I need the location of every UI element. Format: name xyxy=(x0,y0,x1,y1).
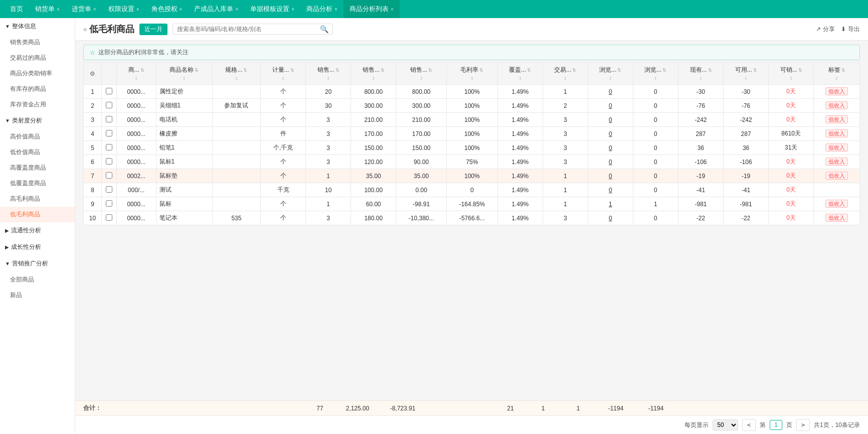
cell-checkbox[interactable] xyxy=(102,141,117,155)
cell-name[interactable]: 铅笔1 xyxy=(156,141,212,155)
cell-checkbox[interactable] xyxy=(102,197,117,211)
nav-product-entry[interactable]: 产成品入库单 × xyxy=(188,0,244,18)
nav-template[interactable]: 单据模板设置 × xyxy=(244,0,300,18)
browse1-link[interactable]: 0 xyxy=(609,102,612,109)
browse1-link[interactable]: 0 xyxy=(609,144,612,152)
sidebar-item-sales-products[interactable]: 销售类商品 xyxy=(0,35,75,50)
table-wrapper[interactable]: ⚙ 商...⇅ 商品名称⇅ 规格...⇅ 计量...⇅ xyxy=(75,62,868,400)
row-checkbox[interactable] xyxy=(106,172,112,179)
th-sale-qty[interactable]: 销售...⇅ xyxy=(306,63,351,85)
nav-permissions[interactable]: 权限设置 × xyxy=(102,0,145,18)
sidebar-group-marketing[interactable]: ▼ 营销推广分析 xyxy=(0,255,75,272)
cell-checkbox[interactable] xyxy=(102,183,117,197)
browse1-link[interactable]: 0 xyxy=(609,215,612,222)
row-checkbox[interactable] xyxy=(106,158,112,165)
nav-close-roles[interactable]: × xyxy=(180,7,183,12)
cell-name[interactable]: 电话机 xyxy=(156,113,212,127)
prev-page-btn[interactable]: ＜ xyxy=(742,419,756,431)
cell-checkbox[interactable] xyxy=(102,85,117,99)
browse1-link[interactable]: 0 xyxy=(609,88,612,95)
cell-browse1[interactable]: 0 xyxy=(588,127,633,141)
sidebar-group-growth[interactable]: ▶ 成长性分析 xyxy=(0,239,75,255)
sidebar-item-low-margin[interactable]: 低毛利商品 xyxy=(0,207,75,222)
share-button[interactable]: ↗ 分享 xyxy=(816,25,835,34)
sidebar-item-high-margin[interactable]: 高毛利商品 xyxy=(0,191,75,207)
th-name[interactable]: 商品名称⇅ xyxy=(156,63,212,85)
page-size-select[interactable]: 50 100 200 xyxy=(713,419,738,430)
row-checkbox[interactable] xyxy=(106,186,112,193)
row-checkbox[interactable] xyxy=(106,102,112,108)
th-sale-amount[interactable]: 销售...⇅ xyxy=(351,63,396,85)
browse1-link[interactable]: 0 xyxy=(609,187,612,194)
cell-checkbox[interactable] xyxy=(102,169,117,183)
sidebar-item-category-rate[interactable]: 商品分类助销率 xyxy=(0,66,75,81)
sidebar-item-high-value[interactable]: 高价值商品 xyxy=(0,129,75,144)
search-icon[interactable]: 🔍 xyxy=(320,25,328,33)
th-saleable[interactable]: 可销...⇅ xyxy=(769,63,814,85)
sidebar-item-new-products[interactable]: 新品 xyxy=(0,287,75,303)
sidebar-item-high-coverage[interactable]: 高覆盖度商品 xyxy=(0,160,75,176)
cell-browse1[interactable]: 0 xyxy=(588,183,633,197)
nav-close-analysis[interactable]: × xyxy=(334,7,337,12)
cell-name[interactable]: 测试 xyxy=(156,183,212,197)
th-available[interactable]: 可用...⇅ xyxy=(724,63,769,85)
th-browse1[interactable]: 浏览...⇅ xyxy=(588,63,633,85)
cell-browse1[interactable]: 0 xyxy=(588,141,633,155)
cell-browse1[interactable]: 0 xyxy=(588,211,633,225)
nav-roles[interactable]: 角色授权 × xyxy=(145,0,189,18)
th-gross-rate[interactable]: 毛利率⇅ xyxy=(446,63,497,85)
nav-purchase[interactable]: 进货单 × xyxy=(66,0,102,18)
nav-close-product[interactable]: × xyxy=(235,7,238,12)
nav-home[interactable]: 首页 xyxy=(4,0,29,18)
cell-checkbox[interactable] xyxy=(102,113,117,127)
th-tag[interactable]: 标签⇅ xyxy=(814,63,860,85)
sidebar-group-analysis[interactable]: ▼ 类射度分析 xyxy=(0,112,75,129)
nav-close-purchase[interactable]: × xyxy=(93,7,96,12)
cell-name[interactable]: 吴细细1 xyxy=(156,99,212,113)
browse1-link[interactable]: 0 xyxy=(609,116,612,123)
row-checkbox[interactable] xyxy=(106,144,112,151)
row-checkbox[interactable] xyxy=(106,214,112,221)
sidebar-item-all-products[interactable]: 全部商品 xyxy=(0,272,75,287)
settings-icon[interactable]: ⚙ xyxy=(90,70,95,77)
sidebar-item-traded-products[interactable]: 交易过的商品 xyxy=(0,50,75,66)
export-button[interactable]: ⬇ 导出 xyxy=(841,25,860,34)
cell-browse1[interactable]: 0 xyxy=(588,169,633,183)
browse1-link[interactable]: 1 xyxy=(609,201,612,208)
sidebar-group-circulation[interactable]: ▶ 流通性分析 xyxy=(0,222,75,239)
sidebar-item-low-coverage[interactable]: 低覆盖度商品 xyxy=(0,176,75,191)
search-input[interactable] xyxy=(177,26,320,33)
row-checkbox[interactable] xyxy=(106,200,112,207)
row-checkbox[interactable] xyxy=(106,130,112,136)
sidebar-item-capital[interactable]: 库存资金占用 xyxy=(0,97,75,112)
browse1-link[interactable]: 0 xyxy=(609,159,612,166)
th-unit[interactable]: 计量...⇅ xyxy=(261,63,306,85)
cell-name[interactable]: 鼠标垫 xyxy=(156,169,212,183)
cell-name[interactable]: 鼠标 xyxy=(156,197,212,211)
sidebar-item-low-value[interactable]: 低价值商品 xyxy=(0,144,75,160)
cell-browse1[interactable]: 0 xyxy=(588,99,633,113)
cell-browse1[interactable]: 0 xyxy=(588,155,633,169)
th-code[interactable]: 商...⇅ xyxy=(117,63,156,85)
th-sale-profit[interactable]: 销售...⇅ xyxy=(396,63,447,85)
sidebar-item-inventory[interactable]: 有库存的商品 xyxy=(0,81,75,97)
cell-checkbox[interactable] xyxy=(102,155,117,169)
browse1-link[interactable]: 0 xyxy=(609,130,612,137)
nav-close-permissions[interactable]: × xyxy=(136,7,139,12)
cell-name[interactable]: 笔记本 xyxy=(156,211,212,225)
nav-close-analysis-list[interactable]: × xyxy=(391,7,394,12)
th-settings[interactable]: ⚙ xyxy=(84,63,102,85)
cell-name[interactable]: 橡皮擦 xyxy=(156,127,212,141)
period-button[interactable]: 近一月 xyxy=(139,24,167,35)
row-checkbox[interactable] xyxy=(106,116,112,122)
browse1-link[interactable]: 0 xyxy=(609,173,612,180)
th-spec[interactable]: 规格...⇅ xyxy=(212,63,260,85)
cell-browse1[interactable]: 0 xyxy=(588,85,633,99)
cell-browse1[interactable]: 1 xyxy=(588,197,633,211)
cell-checkbox[interactable] xyxy=(102,211,117,225)
nav-close-sales[interactable]: × xyxy=(57,7,60,12)
th-coverage[interactable]: 覆盖...⇅ xyxy=(497,63,543,85)
cell-name[interactable]: 鼠标1 xyxy=(156,155,212,169)
nav-analysis[interactable]: 商品分析 × xyxy=(300,0,343,18)
cell-checkbox[interactable] xyxy=(102,127,117,141)
